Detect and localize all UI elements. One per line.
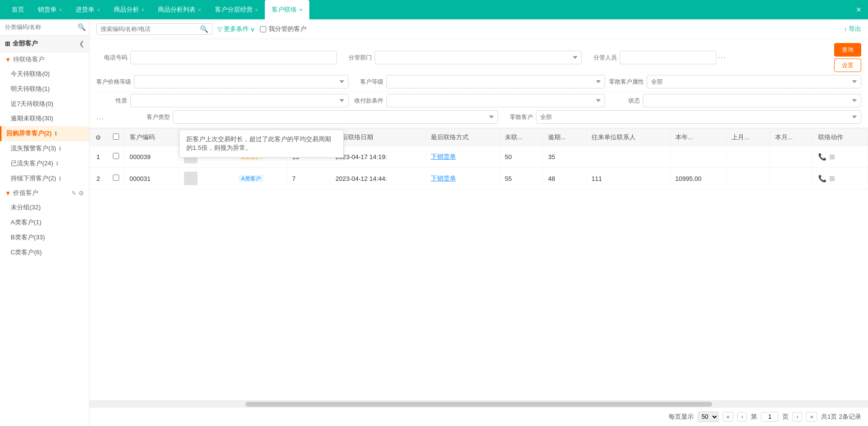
payment-terms-select[interactable] bbox=[386, 94, 605, 107]
filter-row-4: ... 客户类型 零散客户 全部 bbox=[96, 110, 861, 124]
customer-type-select[interactable] bbox=[173, 110, 498, 124]
sidebar-loss-warning[interactable]: 流失预警客户(3) ℹ bbox=[0, 141, 89, 156]
my-customers-checkbox-label[interactable]: 我分管的客户 bbox=[260, 25, 306, 33]
td-last-method-1[interactable]: 下销货单 bbox=[426, 146, 500, 168]
grid-icon: ⊞ bbox=[5, 40, 10, 47]
main-search-icon[interactable]: 🔍 bbox=[200, 25, 208, 33]
query-button[interactable]: 查询 bbox=[834, 43, 861, 57]
sidebar-class-a[interactable]: A类客户(1) bbox=[0, 215, 89, 230]
main-search-input[interactable] bbox=[101, 26, 200, 32]
last-method-link-2[interactable]: 下销货单 bbox=[431, 175, 456, 182]
sidebar-repurchase-abnormal[interactable]: 回购异常客户(2) ℹ bbox=[0, 126, 89, 141]
th-overdue[interactable]: 逾期... bbox=[543, 129, 586, 146]
price-grade-select[interactable] bbox=[134, 75, 349, 88]
nature-select[interactable] bbox=[130, 94, 349, 107]
row1-checkbox[interactable] bbox=[113, 153, 119, 159]
td-last-method-2[interactable]: 下销货单 bbox=[426, 168, 500, 190]
manager-dots-icon[interactable]: ··· bbox=[718, 53, 726, 62]
th-settings[interactable]: ⚙ bbox=[90, 129, 107, 146]
sidebar-tomorrow-contact[interactable]: 明天待联络(1) bbox=[0, 82, 89, 97]
td-not-contacted-1: 50 bbox=[500, 146, 543, 168]
nav-sales-order[interactable]: 销货单 × bbox=[31, 0, 69, 19]
grid-action-icon-2[interactable]: ⊞ bbox=[829, 175, 835, 182]
nav-home[interactable]: 首页 bbox=[5, 0, 31, 19]
pending-contact-group[interactable]: ▼ 待联络客户 bbox=[0, 52, 89, 67]
settings-button[interactable]: 设置 bbox=[834, 59, 861, 72]
chevron-down-icon: ∨ bbox=[250, 26, 255, 33]
grid-action-icon-1[interactable]: ⊞ bbox=[829, 153, 835, 161]
total-records-label: 共1页 2条记录 bbox=[821, 412, 861, 421]
td-action-1: 📞 ⊞ bbox=[813, 146, 868, 168]
row2-checkbox[interactable] bbox=[113, 175, 119, 181]
sidebar-ungrouped[interactable]: 未分组(32) bbox=[0, 200, 89, 215]
export-button[interactable]: ↑ 导出 bbox=[844, 25, 862, 33]
th-last-month[interactable]: 上月... bbox=[727, 129, 770, 146]
th-this-year[interactable]: 本年... bbox=[670, 129, 726, 146]
customer-grade-select[interactable] bbox=[386, 75, 605, 88]
call-icon-2[interactable]: 📞 bbox=[818, 175, 826, 182]
nav-product-analysis-list[interactable]: 商品分析列表 × bbox=[151, 0, 208, 19]
my-customers-checkbox[interactable] bbox=[260, 26, 266, 32]
horizontal-scrollbar[interactable] bbox=[90, 400, 868, 407]
close-sales-order[interactable]: × bbox=[59, 7, 62, 13]
edit-icon[interactable]: ✎ bbox=[71, 190, 76, 197]
th-not-contacted[interactable]: 未联... bbox=[500, 129, 543, 146]
nav-customer-tiered[interactable]: 客户分层经营 × bbox=[208, 0, 265, 19]
status-select[interactable] bbox=[643, 94, 861, 107]
close-product-analysis-list[interactable]: × bbox=[198, 7, 201, 13]
manager-label: 分管人员 bbox=[586, 54, 620, 62]
retail-customer-label: 零散客户 bbox=[502, 113, 536, 121]
nav-purchase-order[interactable]: 进货单 × bbox=[69, 0, 107, 19]
th-code[interactable]: 客户编码 bbox=[124, 129, 179, 146]
close-product-analysis[interactable]: × bbox=[141, 7, 144, 13]
th-unit-contact[interactable]: 往来单位联系人 bbox=[586, 129, 670, 146]
th-this-month[interactable]: 本月... bbox=[770, 129, 813, 146]
sidebar-class-c[interactable]: C类客户(6) bbox=[0, 245, 89, 260]
first-page-button[interactable]: « bbox=[723, 412, 734, 422]
td-code-2: 000031 bbox=[124, 168, 179, 190]
select-all-checkbox[interactable] bbox=[113, 133, 119, 140]
sidebar-search-input[interactable] bbox=[5, 24, 77, 30]
value-customer-group[interactable]: ▼ 价值客户 ✎ ⚙ bbox=[0, 186, 89, 200]
td-this-month-2 bbox=[770, 168, 813, 190]
sidebar-search-icon[interactable]: 🔍 bbox=[77, 23, 86, 31]
row4-dots-icon[interactable]: ... bbox=[96, 113, 104, 121]
td-this-year-1 bbox=[670, 146, 726, 168]
sidebar-collapse-icon[interactable]: ❮ bbox=[79, 40, 84, 47]
td-action-2: 📞 ⊞ bbox=[813, 168, 868, 190]
nav-product-analysis[interactable]: 商品分析 × bbox=[107, 0, 151, 19]
last-method-link-1[interactable]: 下销货单 bbox=[431, 153, 456, 160]
dept-select[interactable] bbox=[375, 51, 581, 64]
close-customer-tiered[interactable]: × bbox=[255, 7, 258, 13]
th-last-contact-date[interactable]: 最后联络日期 bbox=[330, 129, 426, 146]
page-label: 第 bbox=[751, 412, 757, 421]
next-page-button[interactable]: › bbox=[792, 412, 802, 422]
payment-terms-field: 收付款条件 bbox=[352, 94, 605, 107]
settings-icon-small[interactable]: ⚙ bbox=[78, 190, 84, 197]
page-number-input[interactable] bbox=[761, 412, 778, 422]
scrollbar-thumb[interactable] bbox=[245, 402, 713, 407]
th-last-contact-method[interactable]: 最后联络方式 bbox=[426, 129, 500, 146]
phone-input[interactable] bbox=[130, 51, 337, 64]
last-page-button[interactable]: » bbox=[806, 412, 817, 422]
sidebar-declining-customers[interactable]: 持续下滑客户(2) ℹ bbox=[0, 171, 89, 186]
prev-page-button[interactable]: ‹ bbox=[737, 412, 747, 422]
window-close-icon[interactable]: × bbox=[856, 5, 861, 15]
sidebar-class-b[interactable]: B类客户(33) bbox=[0, 230, 89, 245]
sidebar-7day-contact[interactable]: 近7天待联络(0) bbox=[0, 97, 89, 112]
sidebar-overdue-contact[interactable]: 逾期未联络(30) bbox=[0, 111, 89, 126]
retail-customer-select[interactable]: 全部 bbox=[536, 110, 861, 124]
sidebar-lost-customers[interactable]: 已流失客户(24) ℹ bbox=[0, 156, 89, 171]
td-index-1: 1 bbox=[90, 146, 107, 168]
nav-customer-contact[interactable]: 客户联络 × bbox=[265, 0, 309, 19]
close-purchase-order[interactable]: × bbox=[97, 7, 100, 13]
sidebar-today-contact[interactable]: 今天待联络(0) bbox=[0, 67, 89, 82]
manager-input[interactable] bbox=[620, 51, 716, 64]
more-conditions-button[interactable]: ▽ 更多条件 ∨ bbox=[217, 25, 255, 33]
per-page-select[interactable]: 50 bbox=[698, 411, 719, 422]
td-type-2: A类客户 bbox=[234, 168, 287, 190]
all-customers-header[interactable]: ⊞ 全部客户 ❮ bbox=[0, 35, 89, 52]
retail-attr-select[interactable]: 全部 bbox=[647, 75, 861, 88]
close-customer-contact[interactable]: × bbox=[299, 7, 302, 13]
call-icon-1[interactable]: 📞 bbox=[818, 153, 826, 161]
